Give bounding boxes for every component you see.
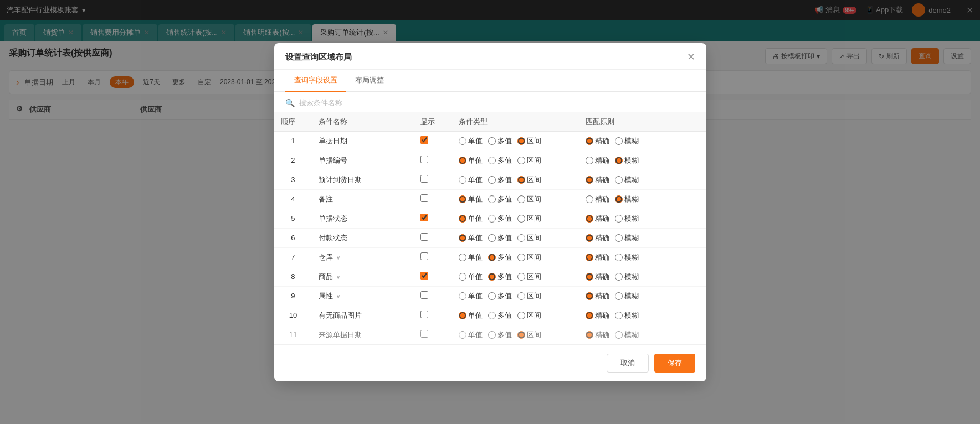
type-multi-label[interactable]: 多值 (488, 330, 512, 340)
type-range-label[interactable]: 区间 (517, 175, 541, 185)
type-multi-radio[interactable] (488, 215, 496, 223)
type-range-radio[interactable] (517, 273, 525, 281)
match-exact-label[interactable]: 精确 (586, 252, 609, 262)
row-show-checkbox[interactable] (420, 175, 428, 183)
type-single-label[interactable]: 单值 (459, 156, 483, 166)
match-fuzzy-radio[interactable] (615, 157, 623, 164)
type-multi-radio[interactable] (488, 273, 496, 281)
row-show-checkbox[interactable] (420, 272, 428, 280)
match-exact-label[interactable]: 精确 (586, 291, 609, 301)
type-single-radio[interactable] (459, 215, 466, 223)
match-fuzzy-label[interactable]: 模糊 (615, 136, 639, 146)
match-exact-label[interactable]: 精确 (586, 175, 609, 185)
match-exact-radio[interactable] (586, 157, 593, 164)
type-single-label[interactable]: 单值 (459, 330, 483, 340)
match-exact-radio[interactable] (586, 234, 593, 242)
match-exact-label[interactable]: 精确 (586, 233, 609, 243)
type-multi-radio[interactable] (488, 137, 496, 145)
type-multi-radio[interactable] (488, 195, 496, 203)
type-range-label[interactable]: 区间 (517, 272, 541, 282)
type-range-radio[interactable] (517, 312, 525, 319)
type-single-radio[interactable] (459, 234, 466, 242)
match-fuzzy-radio[interactable] (615, 215, 623, 223)
match-exact-label[interactable]: 精确 (586, 272, 609, 282)
type-multi-label[interactable]: 多值 (488, 136, 512, 146)
row-show-checkbox[interactable] (420, 311, 428, 318)
type-single-radio[interactable] (459, 273, 466, 281)
type-single-label[interactable]: 单值 (459, 214, 483, 224)
type-multi-radio[interactable] (488, 292, 496, 300)
match-exact-label[interactable]: 精确 (586, 330, 609, 340)
type-range-radio[interactable] (517, 195, 525, 203)
match-exact-radio[interactable] (586, 254, 593, 261)
match-exact-label[interactable]: 精确 (586, 311, 609, 320)
match-fuzzy-label[interactable]: 模糊 (615, 156, 639, 166)
match-exact-radio[interactable] (586, 195, 593, 203)
cancel-button[interactable]: 取消 (607, 354, 649, 373)
type-range-radio[interactable] (517, 215, 525, 223)
type-range-radio[interactable] (517, 234, 525, 242)
match-fuzzy-label[interactable]: 模糊 (615, 291, 639, 301)
type-single-radio[interactable] (459, 312, 466, 319)
match-fuzzy-radio[interactable] (615, 312, 623, 319)
type-multi-label[interactable]: 多值 (488, 156, 512, 166)
match-fuzzy-radio[interactable] (615, 331, 623, 339)
type-range-label[interactable]: 区间 (517, 252, 541, 262)
type-single-radio[interactable] (459, 137, 466, 145)
type-single-radio[interactable] (459, 254, 466, 261)
match-fuzzy-radio[interactable] (615, 292, 623, 300)
type-range-label[interactable]: 区间 (517, 330, 541, 340)
row-show-checkbox[interactable] (420, 156, 428, 163)
match-exact-radio[interactable] (586, 312, 593, 319)
type-multi-label[interactable]: 多值 (488, 252, 512, 262)
type-range-label[interactable]: 区间 (517, 136, 541, 146)
type-range-label[interactable]: 区间 (517, 311, 541, 320)
type-multi-radio[interactable] (488, 254, 496, 261)
type-single-label[interactable]: 单值 (459, 291, 483, 301)
type-multi-label[interactable]: 多值 (488, 272, 512, 282)
type-multi-label[interactable]: 多值 (488, 311, 512, 320)
type-range-label[interactable]: 区间 (517, 156, 541, 166)
type-multi-label[interactable]: 多值 (488, 233, 512, 243)
row-show-checkbox[interactable] (420, 136, 428, 144)
type-range-radio[interactable] (517, 137, 525, 145)
type-range-label[interactable]: 区间 (517, 233, 541, 243)
match-exact-radio[interactable] (586, 292, 593, 300)
type-multi-radio[interactable] (488, 312, 496, 319)
match-fuzzy-label[interactable]: 模糊 (615, 194, 639, 204)
match-exact-radio[interactable] (586, 137, 593, 145)
type-multi-label[interactable]: 多值 (488, 291, 512, 301)
match-exact-radio[interactable] (586, 176, 593, 184)
type-single-label[interactable]: 单值 (459, 175, 483, 185)
type-multi-radio[interactable] (488, 176, 496, 184)
match-fuzzy-radio[interactable] (615, 137, 623, 145)
type-multi-label[interactable]: 多值 (488, 175, 512, 185)
type-range-radio[interactable] (517, 331, 525, 339)
type-multi-label[interactable]: 多值 (488, 194, 512, 204)
type-range-label[interactable]: 区间 (517, 214, 541, 224)
match-fuzzy-label[interactable]: 模糊 (615, 272, 639, 282)
match-fuzzy-radio[interactable] (615, 254, 623, 261)
match-fuzzy-radio[interactable] (615, 273, 623, 281)
match-fuzzy-radio[interactable] (615, 234, 623, 242)
match-fuzzy-label[interactable]: 模糊 (615, 252, 639, 262)
type-single-label[interactable]: 单值 (459, 311, 483, 320)
type-single-radio[interactable] (459, 292, 466, 300)
type-single-label[interactable]: 单值 (459, 252, 483, 262)
type-range-label[interactable]: 区间 (517, 194, 541, 204)
modal-close-button[interactable]: ✕ (687, 52, 695, 62)
match-exact-label[interactable]: 精确 (586, 214, 609, 224)
type-multi-label[interactable]: 多值 (488, 214, 512, 224)
type-single-label[interactable]: 单值 (459, 136, 483, 146)
type-range-radio[interactable] (517, 176, 525, 184)
match-fuzzy-label[interactable]: 模糊 (615, 311, 639, 320)
match-exact-radio[interactable] (586, 273, 593, 281)
match-exact-label[interactable]: 精确 (586, 136, 609, 146)
row-show-checkbox[interactable] (420, 291, 428, 299)
type-single-label[interactable]: 单值 (459, 194, 483, 204)
type-multi-radio[interactable] (488, 157, 496, 164)
type-range-radio[interactable] (517, 254, 525, 261)
match-exact-label[interactable]: 精确 (586, 156, 609, 166)
match-fuzzy-radio[interactable] (615, 195, 623, 203)
type-range-label[interactable]: 区间 (517, 291, 541, 301)
